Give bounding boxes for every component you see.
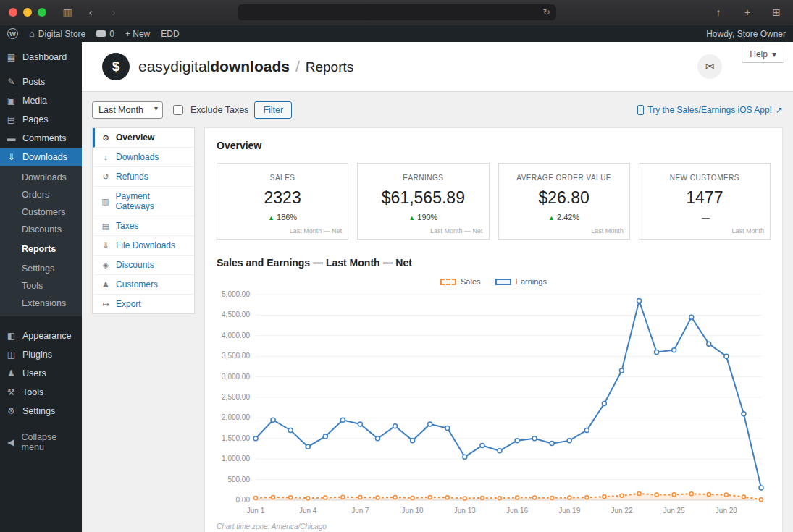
card-period: Last Month — Net: [430, 227, 483, 235]
comments-menu[interactable]: 0: [96, 29, 114, 39]
brand-regular: easydigital: [138, 58, 210, 75]
chart-title: Sales and Earnings — Last Month — Net: [217, 257, 771, 269]
submenu-item-settings[interactable]: Settings: [0, 260, 82, 277]
tab-overview[interactable]: ⊙ Overview: [93, 128, 194, 148]
earnings-swatch-icon: [495, 279, 511, 285]
sidebar-item-label: Settings: [22, 406, 55, 416]
sidebar-item-appearance[interactable]: ◧ Appearance: [0, 326, 82, 345]
tab-downloads[interactable]: ↓ Downloads: [93, 148, 194, 167]
card-change: ▲2.42%: [505, 213, 624, 221]
svg-text:Jun 16: Jun 16: [506, 507, 528, 515]
address-bar[interactable]: ↻: [238, 4, 556, 20]
payment-gateways-icon: ▥: [101, 197, 111, 206]
tab-taxes[interactable]: ▤ Taxes: [93, 216, 194, 236]
tab-export[interactable]: ↦ Export: [93, 295, 194, 313]
trend-up-icon: ▲: [268, 214, 274, 221]
sidebar-item-users[interactable]: ♟ Users: [0, 364, 82, 383]
collapse-arrow-icon: ◀: [6, 437, 16, 447]
account-menu[interactable]: Howdy, Store Owner: [706, 29, 786, 39]
sidebar-item-comments[interactable]: ▬ Comments: [0, 129, 82, 148]
ios-app-link[interactable]: Try the Sales/Earnings iOS App! ↗: [637, 105, 783, 115]
tab-discounts[interactable]: ◈ Discounts: [93, 256, 194, 275]
sidebar-item-tools[interactable]: ⚒ Tools: [0, 383, 82, 402]
exclude-taxes-checkbox[interactable]: [173, 105, 183, 115]
svg-text:Jun 4: Jun 4: [299, 507, 317, 515]
brand-title: easydigitaldownloads / Reports: [138, 58, 353, 75]
submenu-item-orders[interactable]: Orders: [0, 186, 82, 203]
submenu-item-reports[interactable]: Reports: [0, 238, 82, 260]
sidebar-item-pages[interactable]: ▤ Pages: [0, 110, 82, 129]
svg-text:Jun 7: Jun 7: [351, 507, 369, 515]
tab-label: Refunds: [116, 172, 148, 182]
legend-item-earnings[interactable]: Earnings: [495, 277, 547, 286]
mail-button[interactable]: ✉: [697, 54, 722, 79]
submenu-item-extensions[interactable]: Extensions: [0, 295, 82, 312]
tab-overview-icon[interactable]: ⊞: [768, 7, 784, 18]
svg-text:Jun 28: Jun 28: [716, 507, 737, 515]
wp-admin-bar: W ⌂ Digital Store 0 + New EDD Howdy, Sto…: [0, 25, 793, 42]
submenu-item-label: Reports: [22, 244, 56, 254]
tab-label: Export: [116, 299, 141, 309]
card-period: Last Month: [591, 227, 624, 235]
sidebar-toggle-icon[interactable]: ▥: [59, 7, 75, 18]
submenu-item-downloads[interactable]: Downloads: [0, 169, 82, 186]
forward-icon[interactable]: ›: [106, 7, 122, 18]
export-icon: ↦: [101, 300, 111, 309]
sidebar-item-downloads[interactable]: ⇓ Downloads: [0, 148, 82, 166]
sidebar-item-media[interactable]: ▣ Media: [0, 91, 82, 110]
wp-logo-menu[interactable]: W: [7, 28, 18, 39]
back-icon[interactable]: ‹: [83, 7, 98, 18]
card-title: NEW CUSTOMERS: [645, 174, 764, 182]
date-range-select-wrap: Last Month ▾: [92, 101, 163, 119]
sidebar-item-label: Posts: [22, 77, 45, 87]
exclude-taxes-label: Exclude Taxes: [190, 105, 248, 115]
filter-bar: Last Month ▾ Exclude Taxes Filter Try th…: [82, 92, 793, 127]
sidebar-item-posts[interactable]: ✎ Posts: [0, 72, 82, 91]
card-period: Last Month — Net: [290, 227, 343, 235]
tab-file-downloads[interactable]: ⇓ File Downloads: [93, 236, 194, 256]
legend-label: Earnings: [516, 277, 547, 286]
window-controls: [9, 8, 46, 17]
submenu-item-customers[interactable]: Customers: [0, 203, 82, 221]
card-title: AVERAGE ORDER VALUE: [505, 174, 624, 182]
chart-legend: Sales Earnings: [217, 277, 771, 286]
discounts-icon: ◈: [101, 261, 111, 270]
minimize-button[interactable]: [23, 8, 32, 17]
comments-count: 0: [109, 29, 114, 39]
date-range-select[interactable]: Last Month: [92, 101, 163, 119]
edd-admin-menu[interactable]: EDD: [161, 29, 179, 39]
svg-text:4,500.00: 4,500.00: [222, 311, 250, 318]
stat-card-sales: SALES 2323 ▲186% Last Month — Net: [217, 163, 348, 240]
brand-bold: downloads: [210, 58, 290, 75]
share-icon[interactable]: ↑: [710, 7, 726, 18]
browser-titlebar: ▥ ‹ › ↻ ↑ + ⊞: [0, 0, 793, 25]
tab-refunds[interactable]: ↺ Refunds: [93, 167, 194, 187]
trend-up-icon: ▲: [548, 214, 555, 221]
tab-payment-gateways[interactable]: ▥ Payment Gateways: [93, 187, 194, 216]
submenu-item-discounts[interactable]: Discounts: [0, 221, 82, 238]
filter-button[interactable]: Filter: [254, 101, 292, 119]
downloads-icon: ↓: [101, 153, 111, 161]
home-icon: ⌂: [29, 28, 35, 39]
help-button[interactable]: Help ▾: [742, 46, 784, 63]
collapse-menu-button[interactable]: ◀ Collapse menu: [0, 428, 82, 457]
site-name-label: Digital Store: [38, 29, 85, 39]
site-name-menu[interactable]: ⌂ Digital Store: [29, 28, 85, 39]
new-tab-icon[interactable]: +: [739, 7, 755, 18]
sidebar-item-label: Users: [22, 368, 46, 379]
submenu-item-tools[interactable]: Tools: [0, 277, 82, 295]
sidebar-item-settings[interactable]: ⚙ Settings: [0, 402, 82, 421]
reload-icon[interactable]: ↻: [542, 7, 550, 17]
tab-label: Discounts: [116, 260, 154, 270]
close-button[interactable]: [9, 8, 17, 17]
tab-customers[interactable]: ♟ Customers: [93, 275, 194, 295]
sidebar-item-label: Dashboard: [22, 52, 67, 62]
fullscreen-button[interactable]: [38, 8, 46, 17]
sidebar-item-plugins[interactable]: ◫ Plugins: [0, 345, 82, 364]
sidebar-item-dashboard[interactable]: ▦ Dashboard: [0, 48, 82, 67]
posts-icon: ✎: [6, 77, 17, 87]
new-content-menu[interactable]: + New: [125, 29, 150, 39]
users-icon: ♟: [6, 368, 17, 379]
appearance-icon: ◧: [6, 331, 17, 341]
legend-item-sales[interactable]: Sales: [440, 277, 481, 286]
